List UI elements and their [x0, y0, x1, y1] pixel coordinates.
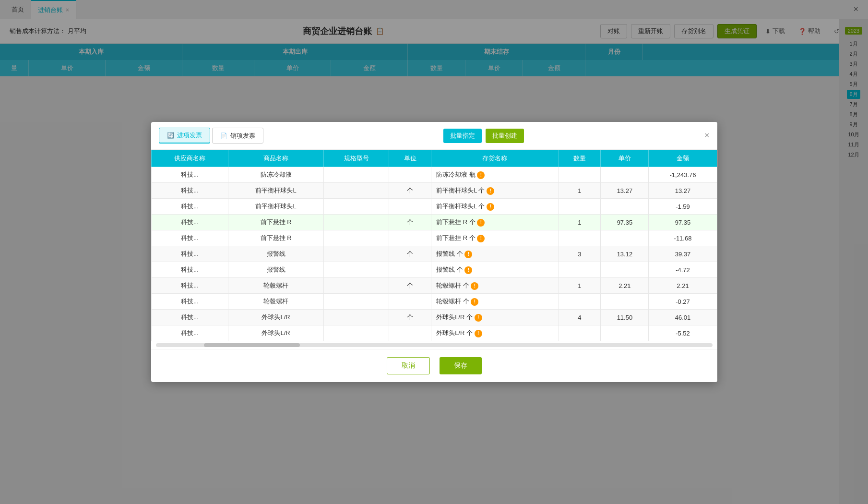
spec-cell: [323, 246, 389, 262]
spec-cell: [323, 310, 389, 325]
incoming-invoice-label: 进项发票: [177, 131, 202, 140]
inventory-cell: 外球头L/R 个 !: [431, 325, 559, 341]
unit-cell: [389, 230, 431, 246]
amount-cell: -5.52: [649, 325, 717, 341]
qty-cell: [559, 262, 601, 278]
unit-cell: 个: [389, 183, 431, 199]
inventory-cell: 防冻冷却液 瓶 !: [431, 167, 559, 183]
modal-horizontal-scrollbar[interactable]: [156, 343, 713, 347]
price-cell: [601, 262, 649, 278]
save-button[interactable]: 保存: [440, 357, 482, 374]
supplier-cell: 科技...: [151, 310, 228, 325]
inventory-cell: 外球头L/R 个 !: [431, 310, 559, 325]
warning-icon: !: [475, 330, 482, 337]
spec-cell: [323, 167, 389, 183]
qty-cell: [559, 325, 601, 341]
modal-close-button[interactable]: ×: [704, 131, 710, 141]
unit-cell: 个: [389, 310, 431, 325]
supplier-cell: 科技...: [151, 278, 228, 294]
table-row: 科技...报警线个报警线 个 !313.1239.37: [151, 246, 717, 262]
warning-icon: !: [487, 187, 494, 195]
table-header-row: 供应商名称 商品名称 规格型号 单位 存货名称 数量 单价 金额: [151, 150, 717, 167]
product-cell: 外球头L/R: [228, 325, 324, 341]
price-cell: [601, 199, 649, 215]
amount-cell: -11.68: [649, 230, 717, 246]
supplier-cell: 科技...: [151, 215, 228, 230]
warning-icon: !: [475, 314, 482, 322]
amount-cell: 46.01: [649, 310, 717, 325]
inventory-text: 报警线 个: [436, 250, 463, 257]
amount-cell: 13.27: [649, 183, 717, 199]
qty-cell: 3: [559, 246, 601, 262]
unit-cell: [389, 325, 431, 341]
qty-cell: [559, 230, 601, 246]
supplier-cell: 科技...: [151, 262, 228, 278]
supplier-cell: 科技...: [151, 199, 228, 215]
product-cell: 防冻冷却液: [228, 167, 324, 183]
inventory-cell: 前平衡杆球头L 个 !: [431, 183, 559, 199]
product-cell: 轮毂螺杆: [228, 294, 324, 310]
cancel-button[interactable]: 取消: [387, 357, 430, 374]
price-cell: 11.50: [601, 310, 649, 325]
col-price: 单价: [601, 150, 649, 167]
scrollbar-thumb[interactable]: [204, 343, 300, 347]
warning-icon: !: [477, 219, 485, 227]
amount-cell: -1.59: [649, 199, 717, 215]
table-row: 科技...外球头L/R个外球头L/R 个 !411.5046.01: [151, 310, 717, 325]
col-amount: 金额: [649, 150, 717, 167]
spec-cell: [323, 278, 389, 294]
product-cell: 报警线: [228, 262, 324, 278]
col-inventory: 存货名称: [431, 150, 559, 167]
warning-icon: !: [487, 203, 494, 211]
price-cell: 13.12: [601, 246, 649, 262]
product-cell: 报警线: [228, 246, 324, 262]
product-cell: 轮毂螺杆: [228, 278, 324, 294]
col-unit: 单位: [389, 150, 431, 167]
modal-header: 🔄 进项发票 📄 销项发票 批量指定 批量创建 ×: [151, 122, 717, 150]
qty-cell: 1: [559, 278, 601, 294]
modal-table-wrapper[interactable]: 供应商名称 商品名称 规格型号 单位 存货名称 数量 单价 金额 科技...防冻…: [151, 150, 717, 341]
inventory-text: 前下悬挂 R 个: [436, 218, 476, 226]
product-cell: 外球头L/R: [228, 310, 324, 325]
supplier-cell: 科技...: [151, 167, 228, 183]
spec-cell: [323, 215, 389, 230]
amount-cell: 97.35: [649, 215, 717, 230]
modal-dialog: 🔄 进项发票 📄 销项发票 批量指定 批量创建 × 供应商名称: [151, 122, 717, 382]
col-qty: 数量: [559, 150, 601, 167]
unit-cell: 个: [389, 215, 431, 230]
product-cell: 前平衡杆球头L: [228, 183, 324, 199]
modal-footer: 取消 保存: [151, 349, 717, 382]
spec-cell: [323, 294, 389, 310]
incoming-invoice-icon: 🔄: [167, 132, 174, 139]
qty-cell: 4: [559, 310, 601, 325]
product-cell: 前下悬挂 R: [228, 230, 324, 246]
modal-table: 供应商名称 商品名称 规格型号 单位 存货名称 数量 单价 金额 科技...防冻…: [151, 150, 717, 341]
price-cell: 13.27: [601, 183, 649, 199]
inventory-cell: 前下悬挂 R 个 !: [431, 230, 559, 246]
spec-cell: [323, 230, 389, 246]
qty-cell: [559, 167, 601, 183]
batch-create-button[interactable]: 批量创建: [486, 129, 524, 143]
tab-outgoing-invoice[interactable]: 📄 销项发票: [212, 128, 263, 144]
batch-assign-button[interactable]: 批量指定: [443, 129, 482, 143]
outgoing-invoice-icon: 📄: [220, 132, 227, 139]
unit-cell: [389, 199, 431, 215]
qty-cell: [559, 294, 601, 310]
inventory-text: 外球头L/R 个: [436, 329, 473, 336]
spec-cell: [323, 199, 389, 215]
warning-icon: !: [477, 235, 485, 242]
tab-incoming-invoice[interactable]: 🔄 进项发票: [159, 128, 210, 144]
unit-cell: [389, 167, 431, 183]
product-cell: 前平衡杆球头L: [228, 199, 324, 215]
table-row: 科技...轮毂螺杆轮毂螺杆 个 !-0.27: [151, 294, 717, 310]
inventory-text: 外球头L/R 个: [436, 313, 473, 321]
inventory-cell: 轮毂螺杆 个 !: [431, 294, 559, 310]
inventory-text: 轮毂螺杆 个: [436, 282, 469, 289]
inventory-text: 防冻冷却液 瓶: [436, 171, 476, 178]
inventory-text: 前平衡杆球头L 个: [436, 187, 485, 194]
col-supplier: 供应商名称: [151, 150, 228, 167]
amount-cell: 2.21: [649, 278, 717, 294]
table-row: 科技...外球头L/R外球头L/R 个 !-5.52: [151, 325, 717, 341]
amount-cell: -0.27: [649, 294, 717, 310]
warning-icon: !: [477, 171, 485, 179]
